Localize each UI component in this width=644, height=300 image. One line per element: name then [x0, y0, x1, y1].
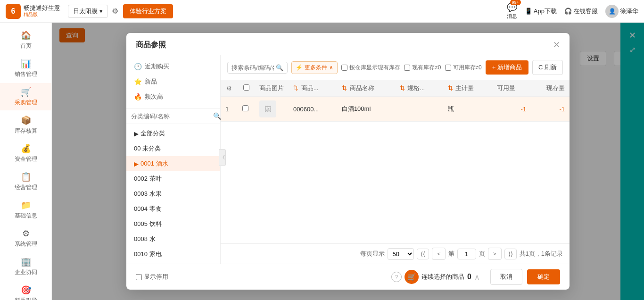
row-image: 🖼 — [255, 97, 289, 122]
confirm-button[interactable]: 确定 — [527, 269, 560, 284]
warehouse-checkbox-label[interactable]: 按仓库显示现有库存 — [341, 64, 400, 72]
try-industry-button[interactable]: 体验行业方案 — [123, 4, 173, 18]
sidebar-item-purchase[interactable]: 🛒 采购管理 — [0, 83, 51, 110]
logo-icon: 6 — [6, 4, 21, 19]
usable-checkbox[interactable] — [445, 65, 451, 71]
enterprise-icon: 🏢 — [21, 257, 31, 267]
add-product-button[interactable]: + 新增商品 — [486, 60, 528, 75]
cat-00[interactable]: 00 未分类 — [126, 141, 220, 156]
cat-0003[interactable]: 0003 水果 — [126, 186, 220, 201]
row-available: -1 — [492, 97, 531, 122]
cat-0010[interactable]: 0010 家电 — [126, 247, 220, 262]
category-search: 🔍 — [126, 108, 220, 124]
cart-count: 0 — [467, 273, 471, 281]
show-disabled-checkbox[interactable] — [136, 274, 142, 280]
tab-frequent[interactable]: 🔥 频次高 — [126, 89, 220, 104]
th-spec[interactable]: ⇅ 规格... — [395, 80, 443, 97]
new-icon: ⭐ — [134, 78, 142, 85]
page-input[interactable] — [457, 249, 476, 259]
cat-0008[interactable]: 0008 水 — [126, 232, 220, 247]
per-page-select[interactable]: 50 10 20 100 — [388, 248, 414, 260]
user-menu[interactable]: 👤 徐泽华 — [605, 5, 638, 18]
prev-page-button[interactable]: ＜ — [432, 248, 446, 260]
tab-new[interactable]: ⭐ 新品 — [126, 74, 220, 89]
category-search-input[interactable] — [131, 113, 210, 120]
content-area: 查询 设置 刷新 ✕ ⤢ 商品参照 ✕ — [52, 23, 644, 300]
table-header-row: ⚙ 商品图片 ⇅ — [221, 80, 570, 97]
th-code[interactable]: ⇅ 商品... — [289, 80, 337, 97]
sidebar-item-basic[interactable]: 📁 基础信息 — [0, 196, 51, 224]
search-icon[interactable]: 🔍 — [276, 64, 283, 71]
modal-header: 商品参照 ✕ — [126, 33, 570, 55]
product-modal: 商品参照 ✕ 🕐 近期购买 ⭐ — [126, 33, 570, 290]
left-panel: 🕐 近期购买 ⭐ 新品 🔥 频次高 — [126, 55, 221, 264]
cat-0001[interactable]: ▶ 0001 酒水 — [126, 156, 220, 171]
brand-name: 畅捷通好生意 — [24, 4, 60, 12]
home-icon: 🏠 — [21, 30, 31, 41]
page-summary: 共1页，1条记录 — [520, 250, 563, 258]
page-label: 第 — [448, 250, 454, 258]
refresh-button[interactable]: C 刷新 — [532, 60, 563, 75]
rp-toolbar: 🔍 ⚡ 更多条件 ∧ 按仓库显示现有库存 — [221, 55, 570, 80]
modal-body: 🕐 近期购买 ⭐ 新品 🔥 频次高 — [126, 55, 570, 264]
show-disabled-label[interactable]: 显示停用 — [136, 273, 168, 281]
row-spec — [395, 97, 443, 122]
sidebar-item-sales[interactable]: 📊 销售管理 — [0, 55, 51, 82]
available-checkbox[interactable] — [404, 65, 410, 71]
help-icon[interactable]: ? — [391, 272, 402, 282]
collapse-cart-icon[interactable]: ∧ — [474, 273, 480, 282]
sort-arrows-icon: ⇅ — [293, 84, 298, 92]
cat-0004[interactable]: 0004 零食 — [126, 201, 220, 217]
chevron-left-icon: 《 — [220, 154, 225, 161]
sidebar-item-inventory[interactable]: 📦 库存核算 — [0, 111, 51, 139]
active-arrow-icon: ▶ — [134, 160, 139, 167]
th-settings[interactable]: ⚙ — [221, 80, 238, 97]
sidebar-item-finance[interactable]: 💰 资金管理 — [0, 140, 51, 167]
sidebar-item-guide[interactable]: 🎯 新手引导 — [0, 281, 51, 300]
gear-icon[interactable]: ⚙ — [112, 7, 118, 16]
filter-icon: ⚡ — [296, 64, 303, 71]
available-checkbox-label[interactable]: 现有库存≠0 — [404, 64, 441, 72]
brand-sub: 精品版 — [24, 11, 60, 18]
collapse-button[interactable]: 《 — [219, 149, 226, 166]
search-icon[interactable]: 🔍 — [213, 112, 221, 120]
warehouse-checkbox[interactable] — [341, 65, 347, 71]
product-table-wrap: ⚙ 商品图片 ⇅ — [221, 80, 570, 243]
app-download-button[interactable]: 📱 App下载 — [525, 7, 557, 16]
left-panel-tabs: 🕐 近期购买 ⭐ 新品 🔥 频次高 — [126, 55, 220, 108]
main-layout: 🏠 首页 📊 销售管理 🛒 采购管理 📦 库存核算 💰 资金管理 📋 经营管理 … — [0, 23, 644, 300]
last-page-button[interactable]: ⟩⟩ — [504, 249, 517, 259]
sidebar-item-home[interactable]: 🏠 首页 — [0, 26, 51, 54]
product-search-input[interactable] — [231, 64, 274, 71]
usable-checkbox-label[interactable]: 可用库存≠0 — [445, 64, 482, 72]
cart-button[interactable]: 🛒 — [405, 270, 419, 284]
cat-all[interactable]: ▶ 全部分类 — [126, 126, 220, 141]
message-button[interactable]: 💬 99+ 消息 — [507, 2, 517, 20]
tab-recent[interactable]: 🕐 近期购买 — [126, 59, 220, 74]
more-filter-button[interactable]: ⚡ 更多条件 ∧ — [291, 61, 338, 74]
operations-icon: 📋 — [21, 172, 31, 182]
row-checkbox[interactable] — [242, 105, 248, 111]
th-name[interactable]: ⇅ 商品名称 — [337, 80, 395, 97]
next-page-button[interactable]: ＞ — [488, 248, 502, 260]
sidebar-item-system[interactable]: ⚙ 系统管理 — [0, 225, 51, 252]
row-name: 白酒100ml — [337, 97, 395, 122]
modal-title: 商品参照 — [136, 40, 166, 50]
cat-0002[interactable]: 0002 茶叶 — [126, 171, 220, 186]
sidebar: 🏠 首页 📊 销售管理 🛒 采购管理 📦 库存核算 💰 资金管理 📋 经营管理 … — [0, 23, 52, 300]
cat-0005[interactable]: 0005 饮料 — [126, 217, 220, 232]
sidebar-item-enterprise[interactable]: 🏢 企业协同 — [0, 253, 51, 280]
online-service-button[interactable]: 🎧 在线客服 — [564, 7, 598, 16]
select-all-checkbox[interactable] — [243, 84, 249, 91]
th-unit[interactable]: ⇅ 主计量 — [443, 80, 493, 97]
table-row[interactable]: 1 🖼 00 — [221, 97, 570, 122]
nav-selector[interactable]: 日太阳膜 ▾ — [68, 5, 108, 18]
sidebar-item-operations[interactable]: 📋 经营管理 — [0, 168, 51, 195]
modal-close-button[interactable]: ✕ — [553, 40, 560, 50]
system-icon: ⚙ — [22, 228, 30, 239]
first-page-button[interactable]: ⟨⟨ — [417, 249, 429, 259]
row-checkbox-cell[interactable] — [238, 97, 255, 122]
cancel-button[interactable]: 取消 — [490, 269, 522, 285]
chevron-down-icon: ▾ — [99, 8, 103, 15]
basic-icon: 📁 — [21, 200, 31, 210]
